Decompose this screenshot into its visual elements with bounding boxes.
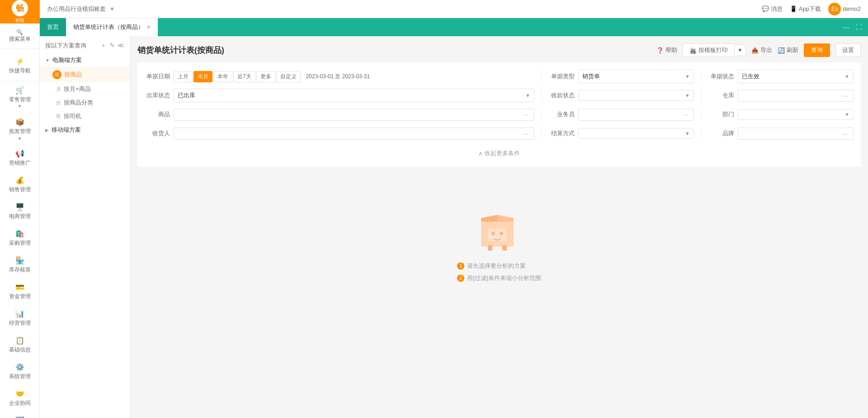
sidebar-item-purchase[interactable]: 🛍️ 采购管理 (0, 225, 40, 252)
date-btn-7days[interactable]: 近7天 (233, 71, 255, 82)
svg-point-3 (500, 232, 503, 235)
salesperson-dots[interactable]: ··· (681, 111, 690, 118)
sidebar-item-ecommerce[interactable]: 🖥️ 电商管理 (0, 198, 40, 225)
filter-doc-status-label: 单据状态 (709, 72, 734, 81)
search-menu-btn[interactable]: 🔍 搜索菜单 (5, 27, 34, 45)
template-print-btn-group: 🖨️ 按模板打印 ▼ (683, 43, 746, 57)
scheme-item-by-cashier[interactable]: 司 按司机 (40, 109, 130, 123)
filter-payment-dropdown[interactable]: ▼ (578, 128, 694, 139)
date-btn-this-month[interactable]: 本月 (193, 71, 212, 82)
settings-btn[interactable]: 设置 (835, 43, 861, 57)
filter-brand-dropdown[interactable]: ··· (738, 128, 854, 140)
empty-hint-1: 1 请先选择要分析的方案 (457, 261, 541, 271)
scheme-sub-icon-3: 司 (56, 113, 61, 120)
messages-label: 消息 (771, 5, 783, 13)
filter-warehouse-dropdown[interactable]: ··· (738, 90, 854, 102)
tab-sales-stats[interactable]: 销货单统计计表（按商品） ✕ (66, 18, 158, 36)
sidebar-item-basic[interactable]: 📋 基础信息 (0, 332, 40, 358)
tab-home[interactable]: 首页 (40, 18, 66, 36)
empty-state: 1 请先选择要分析的方案 2 用[过滤]条件来缩小分析范围 (137, 172, 861, 313)
filter-brand: 品牌 ··· (709, 128, 854, 140)
hint-1-text: 请先选择要分析的方案 (467, 261, 526, 271)
user-profile[interactable]: Ea demo2 (828, 3, 861, 15)
app-logo[interactable]: 畅 标版 (0, 0, 40, 24)
recipient-dots[interactable]: ··· (522, 130, 530, 137)
filter-dept-dropdown[interactable]: ▼ (738, 109, 854, 120)
purchase-icon: 🛍️ (15, 229, 24, 238)
filter-product-dropdown[interactable]: ··· (174, 109, 534, 121)
help-label: 帮助 (665, 46, 677, 54)
product-dots[interactable]: ··· (522, 111, 530, 118)
topbar-dropdown-arrow[interactable]: ▼ (109, 6, 115, 12)
edit-scheme-btn[interactable]: ✎ (109, 42, 115, 50)
filter-out-status-dropdown[interactable]: 已出库 ▼ (174, 89, 534, 102)
guide-icon: 🆕 (15, 416, 24, 418)
tabbar: 首页 销货单统计计表（按商品） ✕ — ⛶ (40, 18, 868, 36)
filter-salesperson-dropdown[interactable]: ··· (578, 109, 694, 121)
filter-receipt-status: 收款状态 ▼ (549, 90, 694, 101)
add-scheme-btn[interactable]: ＋ (100, 42, 107, 50)
date-btn-custom[interactable]: 自定义 (276, 71, 301, 82)
export-btn[interactable]: 📤 导出 (751, 46, 772, 54)
sidebar-item-guide[interactable]: 🆕 新手引导 (0, 412, 40, 418)
tab-minimize-btn[interactable]: — (841, 22, 852, 33)
brand-dots[interactable]: ··· (841, 130, 849, 137)
download-icon: 📱 (790, 5, 797, 12)
app-download-btn[interactable]: 📱 App下载 (790, 5, 821, 13)
page-title: 销货单统计计表(按商品) (137, 45, 224, 56)
topbar-title: 办公用品行业模拟账套 (47, 5, 106, 13)
empty-hint-2: 2 用[过滤]条件来缩小分析范围 (457, 273, 541, 283)
sidebar-item-system[interactable]: ⚙️ 系统管理 (0, 358, 40, 385)
collapse-panel-btn[interactable]: ≪ (118, 42, 124, 50)
right-content: 销货单统计计表(按商品) ❓ 帮助 🖨️ 按模板打印 ▼ (130, 36, 868, 418)
sidebar-item-operation[interactable]: 📊 经营管理 (0, 305, 40, 332)
filter-receipt-status-dropdown[interactable]: ▼ (578, 90, 694, 101)
filter-date-label: 单据日期 (145, 72, 170, 81)
warehouse-dots[interactable]: ··· (841, 92, 849, 99)
left-panel-header: 按以下方案查询 ＋ ✎ ≪ (40, 40, 130, 53)
sidebar-item-marketing[interactable]: 📢 营销推广 (0, 145, 40, 171)
left-panel-actions: ＋ ✎ ≪ (100, 42, 124, 50)
filter-salesperson-label: 业务员 (549, 110, 575, 119)
scheme-group-desktop-header[interactable]: ▼ 电脑端方案 (40, 53, 130, 67)
filter-row-1: 单据日期 上月 本月 本年 近7天 更多 自定义 20 (145, 70, 854, 83)
date-btn-more[interactable]: 更多 (256, 71, 275, 82)
sidebar-item-retail[interactable]: 🛒 零售管理 ▼ (0, 81, 40, 113)
search-icon: 🔍 (9, 29, 31, 35)
scheme-item-by-month-product[interactable]: 月 按月+商品 (40, 82, 130, 96)
export-icon: 📤 (751, 47, 759, 54)
help-btn[interactable]: ❓ 帮助 (656, 46, 677, 54)
messages-btn[interactable]: 💬 消息 (762, 5, 783, 13)
template-print-btn[interactable]: 🖨️ 按模板打印 (683, 43, 735, 57)
scheme-group-arrow: ▼ (45, 58, 50, 63)
filter-warehouse: 仓库 ··· (709, 90, 854, 102)
date-btn-this-year[interactable]: 本年 (213, 71, 232, 82)
filter-doc-status-dropdown[interactable]: 已生效 ▼ (738, 70, 854, 83)
collapse-more-btn[interactable]: ∧ 收起更多条件 (478, 149, 520, 157)
sidebar-item-quick[interactable]: ⚡ 快捷导航 (0, 52, 39, 79)
tab-maximize-btn[interactable]: ⛶ (854, 22, 864, 33)
sidebar-item-finance[interactable]: 💳 资金管理 (0, 278, 40, 305)
refresh-btn[interactable]: 🔄 刷新 (778, 46, 798, 54)
sidebar-item-wholesale[interactable]: 📦 批发管理 ▲ (0, 113, 40, 145)
template-print-arrow-btn[interactable]: ▼ (735, 44, 746, 56)
help-icon: ❓ (656, 47, 664, 54)
sidebar-item-sales[interactable]: 💰 销售管理 (0, 171, 40, 198)
scheme-item-by-product[interactable]: 按 按商品 (40, 67, 130, 82)
sidebar-item-inventory[interactable]: 🏪 库存核算 (0, 252, 40, 278)
date-btn-last-month[interactable]: 上月 (174, 71, 193, 82)
sidebar-item-enterprise[interactable]: 🤝 企业协同 (0, 385, 40, 412)
query-btn[interactable]: 查询 (804, 43, 830, 57)
scheme-group-mobile-header[interactable]: ▶ 移动端方案 (40, 123, 130, 137)
left-panel-title: 按以下方案查询 (45, 42, 86, 50)
scheme-item-by-category[interactable]: 分 按商品分类 (40, 96, 130, 109)
filter-out-status-label: 出库状态 (145, 91, 170, 100)
svg-point-2 (491, 232, 495, 235)
filter-doc-type-dropdown[interactable]: 销货单 ▼ (578, 70, 694, 83)
scheme-group-label: 电脑端方案 (52, 56, 82, 64)
filter-doc-type-label: 单据类型 (549, 72, 575, 81)
filter-recipient-dropdown[interactable]: ··· (174, 128, 534, 140)
payment-chevron: ▼ (685, 131, 690, 136)
tab-close-btn[interactable]: ✕ (146, 24, 151, 30)
scheme-group-desktop: ▼ 电脑端方案 按 按商品 月 按月+商品 分 按商品分类 (40, 53, 130, 123)
